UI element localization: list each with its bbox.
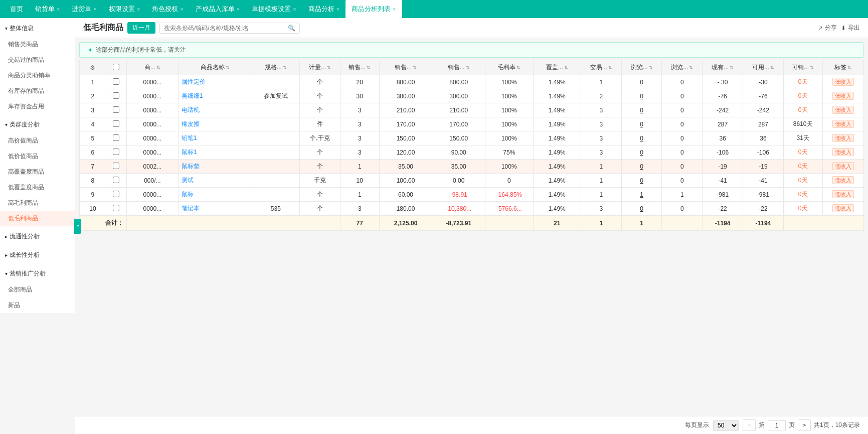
sidebar-collapse-button[interactable]: «	[74, 219, 81, 234]
row-trade[interactable]: 0	[621, 75, 662, 89]
row-checkbox[interactable]	[106, 103, 126, 117]
sidebar-item-new-products[interactable]: 新品	[0, 298, 75, 313]
nav-close-icon[interactable]: ×	[293, 6, 296, 12]
sidebar-group-marketing-title[interactable]: ▾ 营销推广分析	[0, 265, 75, 282]
nav-close-icon[interactable]: ×	[57, 6, 60, 12]
nav-sales-order[interactable]: 销货单 ×	[29, 0, 66, 18]
nav-close-icon[interactable]: ×	[180, 6, 183, 12]
row-name[interactable]: 鼠标垫	[178, 160, 252, 174]
sidebar-group-cluster-title[interactable]: ▾ 类群度分析	[0, 116, 75, 133]
nav-product-entry[interactable]: 产成品入库单 ×	[190, 0, 246, 18]
nav-close-icon[interactable]: ×	[336, 6, 339, 12]
nav-purchase-order[interactable]: 进货单 ×	[66, 0, 102, 18]
th-unit[interactable]: 计量... ⇅	[300, 60, 340, 75]
sort-icon[interactable]: ⇅	[847, 65, 851, 70]
sort-icon[interactable]: ⇅	[226, 65, 230, 70]
th-gross-rate[interactable]: 毛利率 ⇅	[485, 60, 533, 75]
row-name[interactable]: 鼠标	[178, 188, 252, 202]
sidebar-item-all-products[interactable]: 全部商品	[0, 282, 75, 298]
row-trade[interactable]: 0	[621, 160, 662, 174]
row-name[interactable]: 吴细细1	[178, 89, 252, 103]
sidebar-item-high-margin[interactable]: 高毛利商品	[0, 195, 75, 211]
sidebar-item-low-coverage[interactable]: 低覆盖度商品	[0, 180, 75, 195]
row-checkbox[interactable]	[106, 146, 126, 160]
nav-permission[interactable]: 权限设置 ×	[103, 0, 146, 18]
select-all-checkbox[interactable]	[113, 64, 119, 70]
th-browse2[interactable]: 浏览... ⇅	[662, 60, 703, 75]
search-icon[interactable]: 🔍	[288, 25, 295, 32]
sort-icon[interactable]: ⇅	[564, 65, 568, 70]
row-trade[interactable]: 0	[621, 174, 662, 188]
sidebar-group-growth-title[interactable]: ▸ 成长性分析	[0, 247, 75, 263]
row-checkbox[interactable]	[106, 188, 126, 202]
row-checkbox[interactable]	[106, 117, 126, 131]
row-trade[interactable]: 0	[621, 117, 662, 131]
sidebar-group-circulation-title[interactable]: ▸ 流通性分析	[0, 228, 75, 245]
sort-icon[interactable]: ⇅	[327, 65, 331, 70]
sort-icon[interactable]: ⇅	[156, 65, 160, 70]
row-name[interactable]: 鼠标1	[178, 146, 252, 160]
period-button[interactable]: 近一月	[127, 22, 155, 34]
th-qty[interactable]: 销售... ⇅	[340, 60, 379, 75]
sidebar-item-low-value[interactable]: 低价值商品	[0, 149, 75, 164]
search-input[interactable]	[164, 25, 286, 32]
sidebar-item-in-stock[interactable]: 有库存的商品	[0, 83, 75, 99]
row-trade[interactable]: 0	[621, 131, 662, 146]
row-name[interactable]: 笔记本	[178, 202, 252, 216]
th-available[interactable]: 可用... ⇅	[743, 60, 784, 75]
row-trade[interactable]: 0	[621, 89, 662, 103]
row-name[interactable]: 电话机	[178, 103, 252, 117]
sidebar-item-stock-capital[interactable]: 库存资金占用	[0, 99, 75, 114]
nav-role-auth[interactable]: 角色授权 ×	[146, 0, 189, 18]
sidebar-item-high-coverage[interactable]: 高覆盖度商品	[0, 164, 75, 180]
page-number-input[interactable]	[768, 420, 786, 430]
sort-icon[interactable]: ⇅	[810, 65, 814, 70]
next-page-button[interactable]: ＞	[798, 419, 811, 431]
row-checkbox[interactable]	[106, 202, 126, 216]
row-name[interactable]: 属性定价	[178, 75, 252, 89]
nav-close-icon[interactable]: ×	[93, 6, 96, 12]
sort-icon[interactable]: ⇅	[730, 65, 734, 70]
nav-product-analysis-list[interactable]: 商品分析列表 ×	[345, 0, 402, 18]
sort-icon[interactable]: ⇅	[413, 65, 417, 70]
row-name[interactable]: 测试	[178, 174, 252, 188]
row-checkbox[interactable]	[106, 89, 126, 103]
row-checkbox[interactable]	[106, 160, 126, 174]
row-name[interactable]: 铅笔1	[178, 131, 252, 146]
sidebar-item-low-margin[interactable]: 低毛利商品	[0, 211, 75, 226]
th-sales-profit[interactable]: 销售... ⇅	[432, 60, 485, 75]
sidebar-item-high-value[interactable]: 高价值商品	[0, 133, 75, 149]
sort-icon[interactable]: ⇅	[367, 65, 371, 70]
sidebar-item-sales-products[interactable]: 销售类商品	[0, 37, 75, 52]
sidebar-item-traded-products[interactable]: 交易过的商品	[0, 52, 75, 68]
th-name[interactable]: 商品名称 ⇅	[178, 60, 252, 75]
row-trade[interactable]: 0	[621, 103, 662, 117]
row-trade[interactable]: 0	[621, 146, 662, 160]
per-page-select[interactable]: 50 10 20 100	[713, 420, 739, 431]
row-name[interactable]: 橡皮擦	[178, 117, 252, 131]
table-container[interactable]: ⚙ 商... ⇅ 商品名称	[75, 60, 868, 416]
row-checkbox[interactable]	[106, 131, 126, 146]
gear-icon[interactable]: ⚙	[90, 64, 95, 71]
sort-icon[interactable]: ⇅	[516, 65, 520, 70]
row-trade[interactable]: 0	[621, 202, 662, 216]
nav-close-icon[interactable]: ×	[137, 6, 140, 12]
nav-template-settings[interactable]: 单据模板设置 ×	[246, 0, 302, 18]
prev-page-button[interactable]: ＜	[743, 419, 756, 431]
sort-icon[interactable]: ⇅	[689, 65, 693, 70]
sidebar-item-category-rate[interactable]: 商品分类助销率	[0, 68, 75, 83]
sort-icon[interactable]: ⇅	[770, 65, 774, 70]
sort-icon[interactable]: ⇅	[649, 65, 653, 70]
th-stock[interactable]: 现有... ⇅	[703, 60, 743, 75]
export-button[interactable]: ⬇ 导出	[841, 24, 860, 32]
sidebar-group-overall-title[interactable]: ▾ 整体信息	[0, 20, 75, 37]
nav-close-icon[interactable]: ×	[237, 6, 240, 12]
row-checkbox[interactable]	[106, 174, 126, 188]
th-days[interactable]: 可销... ⇅	[783, 60, 822, 75]
th-sales-amount[interactable]: 销售... ⇅	[379, 60, 432, 75]
nav-close-icon[interactable]: ×	[393, 6, 396, 12]
th-trade[interactable]: 交易... ⇅	[581, 60, 621, 75]
row-checkbox[interactable]	[106, 75, 126, 89]
th-spec[interactable]: 规格... ⇅	[252, 60, 299, 75]
th-checkbox[interactable]	[106, 60, 126, 75]
